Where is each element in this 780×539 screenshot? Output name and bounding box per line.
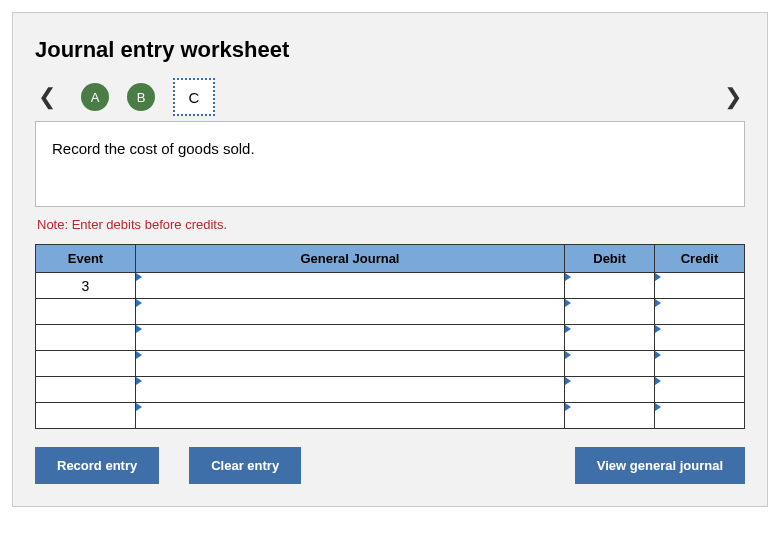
cell-event[interactable]: 3 xyxy=(36,273,136,299)
worksheet-panel: Journal entry worksheet ❮ A B C ❯ Record… xyxy=(12,12,768,507)
cell-general-journal[interactable] xyxy=(136,325,565,351)
tab-b[interactable]: B xyxy=(127,83,155,111)
instruction-box: Record the cost of goods sold. xyxy=(35,121,745,207)
cell-event[interactable] xyxy=(36,403,136,429)
view-general-journal-button[interactable]: View general journal xyxy=(575,447,745,484)
table-row xyxy=(36,377,745,403)
clear-entry-button[interactable]: Clear entry xyxy=(189,447,301,484)
cell-debit[interactable] xyxy=(565,351,655,377)
cell-credit[interactable] xyxy=(655,273,745,299)
tabs-row: ❮ A B C ❯ xyxy=(35,77,745,117)
table-row xyxy=(36,299,745,325)
cell-event[interactable] xyxy=(36,325,136,351)
cell-debit[interactable] xyxy=(565,403,655,429)
cell-general-journal[interactable] xyxy=(136,351,565,377)
cell-general-journal[interactable] xyxy=(136,273,565,299)
prev-arrow-icon[interactable]: ❮ xyxy=(35,84,59,110)
record-entry-button[interactable]: Record entry xyxy=(35,447,159,484)
header-credit: Credit xyxy=(655,245,745,273)
cell-debit[interactable] xyxy=(565,299,655,325)
table-row: 3 xyxy=(36,273,745,299)
cell-credit[interactable] xyxy=(655,325,745,351)
cell-credit[interactable] xyxy=(655,377,745,403)
cell-credit[interactable] xyxy=(655,299,745,325)
cell-event[interactable] xyxy=(36,377,136,403)
table-row xyxy=(36,325,745,351)
header-general-journal: General Journal xyxy=(136,245,565,273)
next-arrow-icon[interactable]: ❯ xyxy=(721,84,745,110)
tab-a[interactable]: A xyxy=(81,83,109,111)
page-title: Journal entry worksheet xyxy=(35,37,745,63)
cell-credit[interactable] xyxy=(655,403,745,429)
note-text: Note: Enter debits before credits. xyxy=(37,217,745,232)
cell-general-journal[interactable] xyxy=(136,299,565,325)
button-row: Record entry Clear entry View general jo… xyxy=(35,447,745,484)
cell-debit[interactable] xyxy=(565,377,655,403)
header-event: Event xyxy=(36,245,136,273)
table-row xyxy=(36,403,745,429)
table-row xyxy=(36,351,745,377)
header-debit: Debit xyxy=(565,245,655,273)
cell-event[interactable] xyxy=(36,351,136,377)
cell-debit[interactable] xyxy=(565,325,655,351)
cell-general-journal[interactable] xyxy=(136,403,565,429)
tab-c[interactable]: C xyxy=(173,78,215,116)
cell-debit[interactable] xyxy=(565,273,655,299)
tab-list: A B C xyxy=(81,78,215,116)
journal-table: Event General Journal Debit Credit 3 xyxy=(35,244,745,429)
cell-event[interactable] xyxy=(36,299,136,325)
cell-credit[interactable] xyxy=(655,351,745,377)
cell-general-journal[interactable] xyxy=(136,377,565,403)
